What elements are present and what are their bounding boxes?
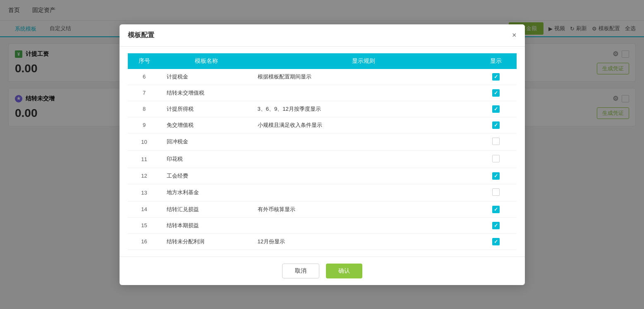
cell-seq: 16 — [128, 233, 161, 250]
cell-checkbox — [475, 101, 517, 117]
table-row: 13地方水利基金 — [128, 184, 517, 201]
row-checkbox-5[interactable] — [492, 155, 500, 162]
cell-name: 地方水利基金 — [161, 184, 252, 201]
cell-seq: 13 — [128, 184, 161, 201]
cell-name: 计提所得税 — [161, 101, 252, 117]
row-checkbox-10[interactable] — [492, 238, 500, 245]
cell-rule — [252, 168, 475, 184]
cell-name: 印花税 — [161, 150, 252, 168]
table-row: 15结转本期损益 — [128, 217, 517, 233]
template-config-modal: 模板配置 × 序号 模板名称 显示规则 显示 6计提税金根据模板配置期间显示7结… — [120, 24, 525, 285]
table-row: 8计提所得税3、6、9、12月按季度显示 — [128, 101, 517, 117]
confirm-button[interactable]: 确认 — [326, 264, 362, 278]
header-name: 模板名称 — [161, 53, 252, 69]
config-table: 序号 模板名称 显示规则 显示 6计提税金根据模板配置期间显示7结转未交增值税8… — [128, 53, 517, 250]
cell-seq: 7 — [128, 85, 161, 101]
table-row: 14结转汇兑损益有外币核算显示 — [128, 201, 517, 217]
modal-header: 模板配置 × — [120, 24, 525, 47]
cell-rule — [252, 133, 475, 150]
cell-seq: 11 — [128, 150, 161, 168]
cell-checkbox — [475, 117, 517, 133]
row-checkbox-9[interactable] — [492, 222, 500, 229]
cell-rule — [252, 217, 475, 233]
table-row: 7结转未交增值税 — [128, 85, 517, 101]
cell-name: 结转未分配利润 — [161, 233, 252, 250]
row-checkbox-6[interactable] — [492, 172, 500, 180]
cell-checkbox — [475, 233, 517, 250]
cell-seq: 12 — [128, 168, 161, 184]
table-row: 6计提税金根据模板配置期间显示 — [128, 69, 517, 85]
row-checkbox-8[interactable] — [492, 206, 500, 213]
modal-body: 序号 模板名称 显示规则 显示 6计提税金根据模板配置期间显示7结转未交增值税8… — [120, 47, 525, 257]
cancel-button[interactable]: 取消 — [282, 264, 319, 278]
cell-seq: 6 — [128, 69, 161, 85]
cell-name: 计提税金 — [161, 69, 252, 85]
table-row: 11印花税 — [128, 150, 517, 168]
cell-seq: 10 — [128, 133, 161, 150]
cell-seq: 15 — [128, 217, 161, 233]
cell-rule — [252, 184, 475, 201]
cell-name: 工会经费 — [161, 168, 252, 184]
row-checkbox-1[interactable] — [492, 89, 500, 97]
header-seq: 序号 — [128, 53, 161, 69]
cell-rule: 3、6、9、12月按季度显示 — [252, 101, 475, 117]
table-row: 12工会经费 — [128, 168, 517, 184]
cell-checkbox — [475, 201, 517, 217]
cell-checkbox — [475, 85, 517, 101]
cell-checkbox — [475, 150, 517, 168]
cell-rule — [252, 150, 475, 168]
table-row: 16结转未分配利润12月份显示 — [128, 233, 517, 250]
cell-rule: 12月份显示 — [252, 233, 475, 250]
cell-checkbox — [475, 217, 517, 233]
cell-seq: 9 — [128, 117, 161, 133]
modal-title: 模板配置 — [128, 31, 154, 40]
table-header: 序号 模板名称 显示规则 显示 — [128, 53, 517, 69]
modal-footer: 取消 确认 — [120, 257, 525, 285]
table-row: 9免交增值税小规模且满足收入条件显示 — [128, 117, 517, 133]
cell-rule: 小规模且满足收入条件显示 — [252, 117, 475, 133]
header-rule: 显示规则 — [252, 53, 475, 69]
cell-seq: 14 — [128, 201, 161, 217]
table-row: 10回冲税金 — [128, 133, 517, 150]
row-checkbox-0[interactable] — [492, 73, 500, 81]
row-checkbox-7[interactable] — [492, 188, 500, 196]
modal-overlay: 模板配置 × 序号 模板名称 显示规则 显示 6计提税金根据模板配置期间显示7结… — [0, 0, 644, 309]
cell-rule — [252, 85, 475, 101]
cell-checkbox — [475, 69, 517, 85]
cell-rule: 有外币核算显示 — [252, 201, 475, 217]
cell-checkbox — [475, 168, 517, 184]
row-checkbox-2[interactable] — [492, 105, 500, 113]
cell-seq: 8 — [128, 101, 161, 117]
row-checkbox-4[interactable] — [492, 138, 500, 145]
cell-name: 回冲税金 — [161, 133, 252, 150]
cell-rule: 根据模板配置期间显示 — [252, 69, 475, 85]
table-body: 6计提税金根据模板配置期间显示7结转未交增值税8计提所得税3、6、9、12月按季… — [128, 69, 517, 250]
cell-checkbox — [475, 133, 517, 150]
cell-name: 结转未交增值税 — [161, 85, 252, 101]
modal-close-button[interactable]: × — [512, 31, 517, 39]
cell-checkbox — [475, 184, 517, 201]
cell-name: 免交增值税 — [161, 117, 252, 133]
cell-name: 结转汇兑损益 — [161, 201, 252, 217]
row-checkbox-3[interactable] — [492, 121, 500, 129]
header-show: 显示 — [475, 53, 517, 69]
cell-name: 结转本期损益 — [161, 217, 252, 233]
